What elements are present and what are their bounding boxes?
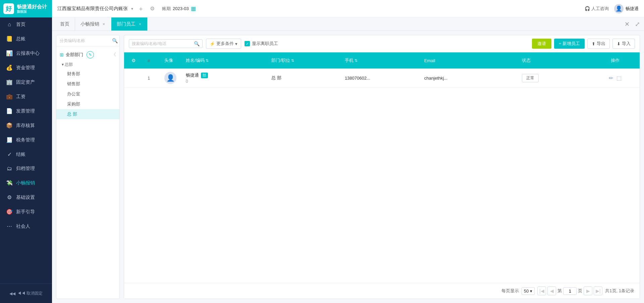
sidebar-item-funds[interactable]: 💰 资金管理 — [0, 60, 52, 75]
dept-item-sales[interactable]: 销售部 — [56, 79, 119, 89]
row-email: chanjethkj... — [420, 69, 518, 88]
sidebar-item-close[interactable]: ✓ 结账 — [0, 147, 52, 162]
export-label: 导出 — [597, 41, 605, 47]
sidebar-item-inventory[interactable]: 📦 库存核算 — [0, 118, 52, 133]
th-name[interactable]: 姓名/编码 — [181, 52, 267, 69]
salary-icon: 💼 — [6, 93, 13, 100]
th-phone[interactable]: 手机 — [340, 52, 420, 69]
settings-gear-icon[interactable]: ⚙ — [149, 5, 156, 12]
guide-icon: 🎯 — [6, 209, 13, 215]
page-prev-button[interactable]: ◀ — [547, 287, 556, 295]
sidebar-item-reports[interactable]: 📊 云报表中心 — [0, 46, 52, 60]
sidebar-item-assets[interactable]: 🏢 固定资产 — [0, 75, 52, 89]
cancel-fixed-button[interactable]: ◀◀ ◀◀ 取消固定 — [0, 288, 52, 299]
add-employee-button[interactable]: + 新增员工 — [554, 39, 585, 49]
row-avatar: 👤 — [160, 69, 181, 88]
row-dept: 总 部 — [267, 69, 340, 88]
topbar-right: 🎧 人工咨询 👤 畅捷通 — [585, 4, 639, 13]
row-phone: 138070602... — [340, 69, 420, 88]
inventory-icon: 📦 — [6, 122, 13, 129]
dept-grid-icon: ⊞ — [60, 52, 64, 57]
sidebar-item-label: 基础设置 — [16, 194, 35, 201]
sidebar-item-guide[interactable]: 🎯 新手引导 — [0, 205, 52, 219]
th-num: # — [143, 52, 160, 69]
row-gear-cell — [124, 69, 143, 88]
tab-dept-employee-label: 部门员工 — [117, 21, 136, 27]
tab-home[interactable]: 首页 — [55, 17, 75, 31]
edit-icon[interactable]: ✏ — [609, 75, 613, 81]
export-button[interactable]: ⬆ 导出 — [587, 39, 610, 49]
employee-search-icon[interactable]: 🔍 — [194, 41, 200, 46]
sidebar-item-xiaochang[interactable]: 💸 小畅报销 — [0, 176, 52, 190]
th-dept[interactable]: 部门/职位 — [267, 52, 340, 69]
dept-all-button[interactable]: ⊞ 全部部门 ✎ 《 — [56, 49, 119, 60]
employee-toolbar: 🔍 ⚡ 更多条件 ▾ ✓ 显示离职员工 邀请 + 新增员工 ⬆ 导出 — [124, 35, 640, 52]
dept-search-icon[interactable]: 🔍 — [112, 38, 118, 43]
th-status: 状态 — [517, 52, 591, 69]
settings-icon: ⚙ — [6, 194, 13, 201]
page-first-button[interactable]: |◀ — [537, 287, 546, 295]
tab-dept-employee[interactable]: 部门员工 × — [111, 17, 148, 31]
sidebar-item-salary[interactable]: 💼 工资 — [0, 89, 52, 104]
sidebar-item-tax[interactable]: 🧾 税务管理 — [0, 133, 52, 147]
page-input[interactable] — [563, 287, 577, 295]
logout-icon[interactable]: ⬚ — [616, 75, 622, 81]
th-gear: ⚙ — [124, 52, 143, 69]
dept-item-office[interactable]: 办公室 — [56, 89, 119, 99]
dept-edit-icon[interactable]: ✎ — [87, 51, 94, 58]
tab-close-all-icon[interactable]: ✕ — [623, 19, 631, 29]
calendar-icon[interactable]: ▦ — [191, 5, 196, 12]
employee-table-container: ⚙ # 头像 姓名/编码 部门/职位 手机 Email 状态 操作 — [124, 52, 640, 283]
more-icon: ⋯ — [6, 223, 13, 229]
dept-item-headquarters[interactable]: 总 部 — [56, 109, 119, 119]
sidebar-item-more[interactable]: ⋯ 社会人 — [0, 219, 52, 233]
show-resigned-checkbox[interactable]: ✓ — [245, 41, 250, 46]
reports-icon: 📊 — [6, 50, 13, 56]
tab-expand-icon[interactable]: ⤢ — [634, 19, 641, 29]
page-nav: |◀ ◀ 第 页 ▶ ▶| — [537, 287, 602, 295]
page-next-button[interactable]: ▶ — [584, 287, 592, 295]
app-version: 旗舰版 — [17, 10, 47, 14]
dept-search-input[interactable] — [60, 38, 110, 43]
employee-panel: 🔍 ⚡ 更多条件 ▾ ✓ 显示离职员工 邀请 + 新增员工 ⬆ 导出 — [124, 35, 640, 299]
sidebar-item-label: 工资 — [16, 94, 25, 100]
sidebar-item-basic[interactable]: ⚙ 基础设置 — [0, 190, 52, 205]
per-page-select[interactable]: 50 ▾ — [522, 287, 535, 295]
tab-xiaochang-label: 小畅报销 — [80, 21, 99, 27]
sidebar-item-archive[interactable]: 🗂 归档管理 — [0, 162, 52, 176]
period-label: 账期 — [162, 6, 171, 12]
user-name: 畅捷通 — [626, 6, 639, 12]
company-dropdown-icon[interactable]: ▾ — [131, 6, 133, 11]
table-gear-button[interactable]: ⚙ — [129, 56, 138, 65]
import-button[interactable]: ⬇ 导入 — [612, 39, 635, 49]
sidebar-nav: ⌂ 首页 📒 总账 📊 云报表中心 💰 资金管理 🏢 固定资产 💼 工资 📄 发… — [0, 17, 52, 284]
tab-xiaochang[interactable]: 小畅报销 × — [75, 17, 111, 31]
employee-code: 0 — [186, 79, 262, 84]
invoice-icon: 📄 — [6, 108, 13, 114]
topbar: 江西服宝精品有限责任公司内账张 ▾ ＋ ⚙ 账期 2023-03 ▦ 🎧 人工咨… — [52, 0, 644, 17]
sidebar-item-invoice[interactable]: 📄 发票管理 — [0, 104, 52, 118]
support-button[interactable]: 🎧 人工咨询 — [585, 6, 609, 12]
employee-search-input[interactable] — [132, 41, 192, 46]
app-logo: 好 畅捷通好会计 旗舰版 — [0, 0, 52, 17]
add-company-icon[interactable]: ＋ — [137, 5, 145, 13]
employee-search-box: 🔍 — [129, 39, 203, 48]
dept-item-purchasing[interactable]: 采购部 — [56, 99, 119, 109]
show-resigned-toggle[interactable]: ✓ 显示离职员工 — [245, 41, 278, 47]
invite-button[interactable]: 邀请 — [532, 39, 551, 49]
sidebar-item-ledger[interactable]: 📒 总账 — [0, 32, 52, 46]
company-name: 江西服宝精品有限责任公司内账张 — [57, 6, 128, 12]
sidebar-item-label: 云报表中心 — [16, 50, 40, 56]
sidebar-item-home[interactable]: ⌂ 首页 — [0, 17, 52, 32]
assets-icon: 🏢 — [6, 79, 13, 85]
more-filter-button[interactable]: ⚡ 更多条件 ▾ — [206, 39, 241, 49]
user-menu[interactable]: 👤 畅捷通 — [614, 4, 639, 13]
tab-dept-employee-close-icon[interactable]: × — [138, 21, 142, 27]
th-avatar: 头像 — [160, 52, 181, 69]
dept-item-finance[interactable]: 财务部 — [56, 69, 119, 79]
tab-xiaochang-close-icon[interactable]: × — [102, 21, 106, 27]
headset-icon: 🎧 — [585, 6, 590, 11]
dept-collapse-icon[interactable]: 《 — [111, 52, 116, 58]
toolbar-right: 邀请 + 新增员工 ⬆ 导出 ⬇ 导入 — [532, 39, 635, 49]
page-last-button[interactable]: ▶| — [594, 287, 602, 295]
